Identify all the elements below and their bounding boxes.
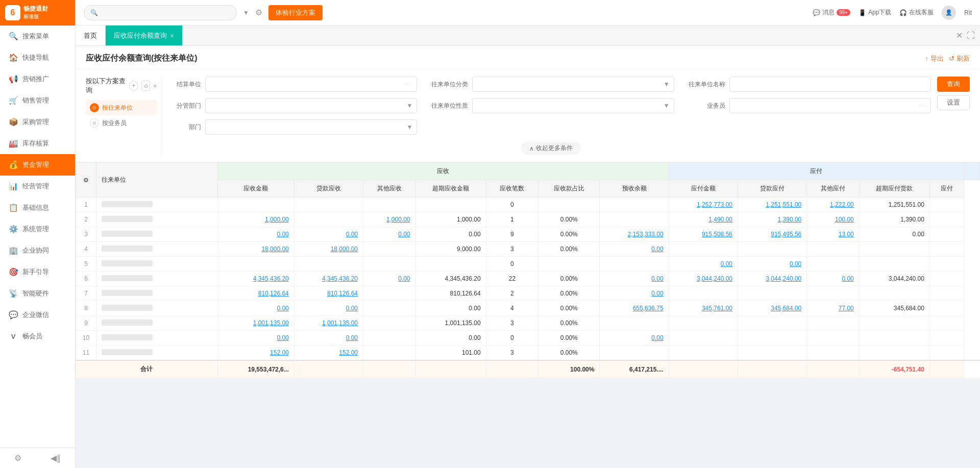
table-row: 1 0 1,252,773.00 1,251,551.00 1,222.00 1… <box>76 198 980 212</box>
industry-btn[interactable]: 体验行业方案 <box>268 5 323 20</box>
settings-icon[interactable]: ⚙ <box>255 8 262 17</box>
th-ar-prepay: 预收余额 <box>600 180 669 198</box>
username-label[interactable]: Rit <box>964 9 972 16</box>
row-ap-amount: 1,490.00 <box>669 212 738 227</box>
row-ar-prepay: 0.00 <box>600 242 669 257</box>
header-search[interactable]: 🔍 <box>84 5 237 20</box>
th-settings[interactable]: ⚙ <box>76 163 96 198</box>
tab-close-icon[interactable]: × <box>170 32 174 40</box>
sidebar-item-guide[interactable]: 🎯 新手引导 <box>0 261 75 283</box>
export-btn[interactable]: ↑ 导出 <box>925 54 944 63</box>
sidebar-item-inventory[interactable]: 🏭 库存核算 <box>0 133 75 154</box>
sidebar-item-system[interactable]: ⚙️ 系统管理 <box>0 218 75 240</box>
settlement-unit-field: 结算单位 ··· <box>170 77 417 92</box>
partner-nature-input[interactable]: ▼ <box>472 98 674 113</box>
online-service-btn[interactable]: 🎧 在线客服 <box>899 8 934 17</box>
row-ar-ratio: 0.00% <box>538 272 600 286</box>
row-ar-count: 0 <box>486 198 538 212</box>
row-ar-overdue: 4,345,436.20 <box>415 272 486 286</box>
scheme-by-staff[interactable]: ⊙ 按业务员 <box>86 115 157 131</box>
message-icon: 💬 <box>813 9 820 16</box>
partner-category-label: 往来单位分类 <box>427 80 468 89</box>
partner-name-input[interactable] <box>729 77 931 92</box>
scheme-staff-icon: ⊙ <box>90 118 99 128</box>
row-ar-other <box>363 286 415 301</box>
row-ap-other: 1,222.00 <box>807 198 859 212</box>
table-settings-icon[interactable]: ⚙ <box>83 177 89 184</box>
chevron-down-icon[interactable]: ▼ <box>243 9 249 16</box>
sidebar-item-quicknav[interactable]: 🏠 快捷导航 <box>0 47 75 68</box>
row-ap-other <box>807 331 859 346</box>
data-table: ⚙ 往来单位 应收 应付 应收金额 贷款应收 其他应收 超期应收金额 应收笔数 … <box>76 162 980 378</box>
table-wrapper[interactable]: ⚙ 往来单位 应收 应付 应收金额 贷款应收 其他应收 超期应收金额 应收笔数 … <box>76 162 980 378</box>
sidebar-item-smart-hw[interactable]: 📡 智能硬件 <box>0 283 75 304</box>
row-partner <box>96 198 218 212</box>
scheme-unit-label: 按往来单位 <box>102 104 133 112</box>
filter-top: 按以下方案查询 + ⊙ « <box>86 77 157 95</box>
row-ap-other: 77.00 <box>807 301 859 316</box>
sidebar-item-basic-info[interactable]: 📋 基础信息 <box>0 197 75 218</box>
department-input[interactable]: ▼ <box>205 119 417 135</box>
footer-ar-amount: 19,553,472,6... <box>217 360 294 378</box>
dots-icon-2: ··· <box>918 102 926 109</box>
query-btn[interactable]: 查询 <box>937 77 970 92</box>
sidebar-item-marketing[interactable]: 📢 营销推广 <box>0 68 75 90</box>
row-partner <box>96 242 218 257</box>
settlement-unit-input[interactable]: ··· <box>205 77 417 92</box>
row-ap-next <box>929 346 964 361</box>
table-row: 9 1,001,135.00 1,001,135.00 1,001,135.00… <box>76 316 980 331</box>
collapse-icon[interactable]: ◀‖ <box>51 453 61 463</box>
row-ap-next <box>929 242 964 257</box>
refresh-btn[interactable]: ↺ 刷新 <box>949 54 970 63</box>
sidebar-item-label: 经营管理 <box>22 182 49 191</box>
avatar[interactable]: 👤 <box>942 6 956 20</box>
sidebar-item-vip[interactable]: V 畅会员 <box>0 326 75 347</box>
row-ar-ratio: 0.00% <box>538 301 600 316</box>
tab-close-btn[interactable]: ✕ <box>956 31 963 40</box>
tab-ar-ap-query[interactable]: 应收应付余额查询 × <box>106 26 183 45</box>
row-ap-amount <box>669 286 738 301</box>
row-ap-next <box>929 198 964 212</box>
row-ar-amount: 0.00 <box>217 227 294 242</box>
message-btn[interactable]: 💬 消息 99+ <box>813 8 850 17</box>
sidebar-item-sales[interactable]: 🛒 销售管理 <box>0 90 75 111</box>
row-ap-next <box>929 286 964 301</box>
row-ar-loan: 0.00 <box>294 301 363 316</box>
footer-ar-count <box>486 360 538 378</box>
salesperson-input[interactable]: ··· <box>729 98 931 113</box>
marketing-icon: 📢 <box>8 75 18 84</box>
sidebar-item-business[interactable]: 📊 经营管理 <box>0 176 75 197</box>
scheme-settings-btn[interactable]: ⊙ <box>141 81 151 91</box>
row-ap-amount <box>669 316 738 331</box>
sidebar-item-enterprise[interactable]: 🏢 企业协同 <box>0 240 75 261</box>
row-ap-amount <box>669 346 738 361</box>
sidebar-item-wechat[interactable]: 💬 企业微信 <box>0 304 75 326</box>
settings-bottom-icon[interactable]: ⚙ <box>14 453 21 463</box>
row-ar-amount <box>217 257 294 272</box>
sidebar-item-purchase[interactable]: 📦 采购管理 <box>0 111 75 133</box>
sidebar-item-capital[interactable]: 💰 资金管理 <box>0 154 75 176</box>
row-index: 1 <box>76 198 96 212</box>
sidebar-item-search[interactable]: 🔍 搜索菜单 <box>0 26 75 47</box>
sidebar-item-label: 智能硬件 <box>22 289 49 298</box>
tab-home-label: 首页 <box>84 31 97 40</box>
collapse-btn[interactable]: ∧ 收起更多条件 <box>521 142 581 155</box>
app-download-btn[interactable]: 📱 App下载 <box>859 8 891 17</box>
partner-category-input[interactable]: ▼ <box>472 77 674 92</box>
row-ar-amount: 152.00 <box>217 346 294 361</box>
row-ar-loan: 4,345,436.20 <box>294 272 363 286</box>
row-ar-overdue: 9,000.00 <box>415 242 486 257</box>
tab-home[interactable]: 首页 <box>76 26 106 45</box>
scheme-collapse-btn[interactable]: « <box>153 82 157 89</box>
online-service-label: 在线客服 <box>909 8 934 17</box>
tab-expand-btn[interactable]: ⛶ <box>967 31 975 40</box>
row-partner <box>96 212 218 227</box>
scheme-by-unit[interactable]: ⊙ 按往来单位 <box>86 100 157 115</box>
dept-manager-input[interactable]: ▼ <box>205 98 417 113</box>
row-ap-loan <box>738 242 807 257</box>
setting-btn[interactable]: 设置 <box>937 95 970 110</box>
row-ap-overdue: 0.00 <box>859 227 929 242</box>
footer-ap-amount <box>669 360 738 378</box>
add-scheme-btn[interactable]: + <box>129 81 138 91</box>
app-download-label: App下载 <box>868 8 891 17</box>
